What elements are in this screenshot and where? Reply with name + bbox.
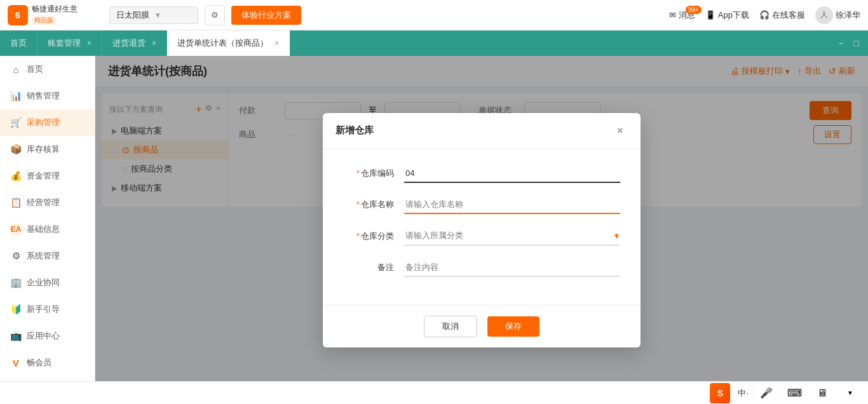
- sales-icon: 📊: [10, 90, 22, 102]
- messages-button[interactable]: ✉ 消息 99+: [669, 10, 695, 21]
- sidebar-item-enterprise-label: 企业协同: [27, 277, 60, 288]
- message-badge: 99+: [686, 6, 702, 14]
- sidebar-item-enterprise[interactable]: 🏢 企业协同: [0, 269, 95, 296]
- sidebar-item-home[interactable]: ⌂ 首页: [0, 56, 95, 83]
- sidebar-item-guide[interactable]: 🔰 新手引导: [0, 296, 95, 323]
- form-row-code: *仓库编码: [343, 165, 620, 183]
- warehouse-code-input[interactable]: [404, 165, 620, 183]
- category-dropdown-icon[interactable]: ▾: [614, 231, 619, 241]
- modal-close-icon[interactable]: ×: [613, 123, 628, 138]
- tab-home[interactable]: 首页: [0, 30, 37, 56]
- header-right: ✉ 消息 99+ 📱 App下载 🎧 在线客服 人 徐泽华: [669, 6, 860, 24]
- sidebar-item-inventory[interactable]: 📦 库存核算: [0, 136, 95, 163]
- tab-purchase-return-label: 进货退货: [112, 37, 146, 49]
- form-label-remark: 备注: [343, 262, 394, 273]
- content-area: 进货单统计(按商品) 🖨 按模板打印 ▾ ↑ 导出 ↺ 刷新: [95, 56, 868, 404]
- s-logo: S: [710, 383, 730, 403]
- sidebar: ⌂ 首页 📊 销售管理 🛒 采购管理 📦 库存核算 💰 资金管理 📋 经营管理 …: [0, 56, 95, 404]
- sidebar-item-member[interactable]: V 畅会员: [0, 349, 95, 376]
- modal-body: *仓库编码 *仓库名称 *仓库分类: [323, 149, 641, 305]
- app-download-button[interactable]: 📱 App下载: [705, 10, 749, 21]
- home-icon: ⌂: [10, 64, 22, 75]
- purchase-icon: 🛒: [10, 117, 22, 128]
- tab-prev-icon[interactable]: −: [834, 36, 847, 51]
- sidebar-item-operations[interactable]: 📋 经营管理: [0, 189, 95, 216]
- main-layout: ⌂ 首页 📊 销售管理 🛒 采购管理 📦 库存核算 💰 资金管理 📋 经营管理 …: [0, 56, 868, 404]
- online-service-button[interactable]: 🎧 在线客服: [759, 10, 805, 21]
- settings-icon[interactable]: ⚙: [205, 5, 225, 25]
- remark-input[interactable]: [404, 259, 620, 277]
- sidebar-item-guide-label: 新手引导: [27, 304, 60, 315]
- operations-icon: 📋: [10, 197, 22, 208]
- service-icon: 🎧: [759, 10, 770, 20]
- tab-purchase-stats-close-icon[interactable]: ×: [275, 39, 279, 48]
- message-icon: ✉: [669, 10, 676, 20]
- required-star-name: *: [356, 199, 360, 209]
- modal-footer: 取消 保存: [323, 305, 641, 347]
- enterprise-icon: 🏢: [10, 277, 22, 288]
- tab-account-label: 账套管理: [48, 37, 81, 49]
- sidebar-item-app-center-label: 应用中心: [27, 330, 60, 342]
- form-row-name: *仓库名称: [343, 196, 620, 214]
- sidebar-item-basic-info-label: 基础信息: [27, 224, 60, 235]
- warehouse-category-select-wrap: ▾: [404, 227, 620, 246]
- sidebar-item-system-label: 系统管理: [27, 250, 60, 262]
- tab-expand-icon[interactable]: □: [850, 36, 863, 51]
- user-name: 徐泽华: [836, 10, 860, 21]
- inventory-icon: 📦: [10, 144, 22, 155]
- footer-bar: S 中· 🎤 ⌨ 🖥 ▼: [0, 381, 868, 404]
- top-header: 6 畅捷通好生意 精品版 日太阳膜 ▾ ⚙ 体验行业方案 ✉ 消息 99+ 📱 …: [0, 0, 868, 30]
- member-icon: V: [10, 357, 22, 368]
- system-icon: ⚙: [10, 250, 22, 262]
- tab-purchase-return[interactable]: 进货退货 ×: [102, 30, 167, 56]
- sidebar-item-home-label: 首页: [27, 64, 43, 75]
- sidebar-item-system[interactable]: ⚙ 系统管理: [0, 243, 95, 269]
- logo-icon: 6: [8, 5, 28, 25]
- sidebar-item-purchase-label: 采购管理: [27, 117, 60, 128]
- tab-purchase-return-close-icon[interactable]: ×: [152, 39, 156, 48]
- tab-bar: 首页 账套管理 × 进货退货 × 进货单统计表（按商品） × − □: [0, 30, 868, 56]
- sidebar-item-member-label: 畅会员: [27, 357, 51, 368]
- modal-title: 新增仓库: [336, 125, 374, 137]
- mic-icon[interactable]: 🎤: [756, 383, 776, 403]
- warehouse-category-input[interactable]: [405, 231, 614, 240]
- store-selector[interactable]: 日太阳膜 ▾: [109, 6, 198, 24]
- tab-account-close-icon[interactable]: ×: [87, 39, 92, 48]
- ime-label: 中·: [738, 387, 749, 399]
- tab-purchase-stats[interactable]: 进货单统计表（按商品） ×: [167, 30, 290, 56]
- sidebar-item-app-center[interactable]: 📺 应用中心: [0, 323, 95, 349]
- tab-controls: − □: [834, 30, 868, 56]
- sidebar-item-purchase[interactable]: 🛒 采购管理: [0, 109, 95, 136]
- tab-account-management[interactable]: 账套管理 ×: [37, 30, 102, 56]
- basic-info-icon: EA: [10, 224, 22, 235]
- store-arrow-icon: ▾: [156, 10, 191, 20]
- form-label-category: *仓库分类: [343, 231, 394, 242]
- sidebar-item-finance[interactable]: 💰 资金管理: [0, 163, 95, 189]
- user-profile-button[interactable]: 人 徐泽华: [815, 6, 860, 24]
- sidebar-item-sales[interactable]: 📊 销售管理: [0, 83, 95, 109]
- app-center-icon: 📺: [10, 330, 22, 342]
- logo-badge: 精品版: [32, 15, 56, 25]
- store-name: 日太阳膜: [116, 10, 152, 21]
- sidebar-item-inventory-label: 库存核算: [27, 144, 60, 155]
- save-button[interactable]: 保存: [487, 316, 539, 337]
- form-row-remark: 备注: [343, 259, 620, 277]
- modal-header: 新增仓库 ×: [323, 113, 641, 149]
- sidebar-item-operations-label: 经营管理: [27, 197, 60, 208]
- form-label-name: *仓库名称: [343, 199, 394, 210]
- tab-home-label: 首页: [10, 37, 27, 49]
- cancel-button[interactable]: 取消: [424, 316, 477, 337]
- dropdown-icon[interactable]: ▼: [840, 383, 860, 403]
- tab-purchase-stats-label: 进货单统计表（按商品）: [177, 37, 268, 49]
- monitor-icon[interactable]: 🖥: [812, 383, 832, 403]
- trial-button[interactable]: 体验行业方案: [231, 6, 301, 25]
- warehouse-name-input[interactable]: [404, 196, 620, 214]
- sidebar-item-finance-label: 资金管理: [27, 170, 60, 182]
- sidebar-item-basic-info[interactable]: EA 基础信息: [0, 216, 95, 243]
- finance-icon: 💰: [10, 170, 22, 182]
- service-label: 在线客服: [772, 10, 805, 21]
- keyboard-icon[interactable]: ⌨: [784, 383, 804, 403]
- modal-new-warehouse: 新增仓库 × *仓库编码 *仓库名称: [323, 113, 641, 347]
- avatar: 人: [815, 6, 833, 24]
- required-star-category: *: [356, 231, 360, 241]
